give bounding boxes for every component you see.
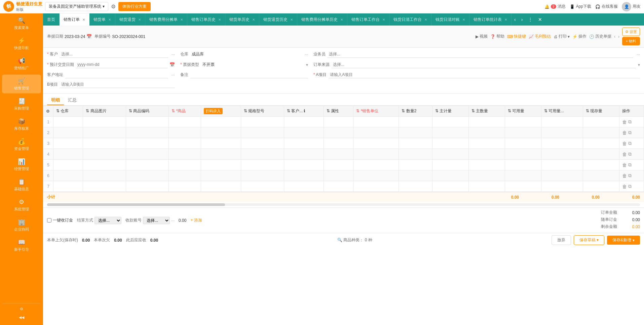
sidebar-item-search[interactable]: 🔍 搜索菜单 [2, 14, 41, 33]
sidebar-item-quick-nav[interactable]: ⚡ 快捷导航 [2, 34, 41, 53]
row-5-main-unit[interactable] [432, 160, 468, 170]
tab-summary[interactable]: 汇总 [64, 96, 81, 105]
th-spec[interactable]: ⇅ 规格型号 [241, 106, 284, 117]
row-3-main-unit[interactable] [432, 138, 468, 149]
row-3-product[interactable] [169, 138, 201, 149]
row-7-main-qty[interactable] [468, 181, 505, 192]
order-source-arrow[interactable]: ▾ [638, 63, 640, 67]
tab-menu-btn[interactable]: ⋮ [525, 17, 535, 22]
row-2-main-unit[interactable] [432, 127, 468, 138]
delivery-date-input[interactable] [76, 61, 167, 68]
row-5-delete-btn[interactable]: 🗑 [622, 162, 627, 168]
row-6-code[interactable] [126, 170, 168, 181]
print-action[interactable]: 🖨 打印 ▾ [554, 34, 570, 39]
sidebar-settings-btn[interactable]: ⚙ [0, 305, 43, 313]
th-current[interactable]: ⇅ 现存量 [583, 106, 619, 117]
profit-action[interactable]: 📈 毛利预估 [529, 34, 551, 39]
row-7-available[interactable] [505, 181, 541, 192]
row-6-customer-code[interactable] [284, 170, 324, 181]
row-1-copy-btn[interactable]: ⧉ [628, 119, 632, 125]
calendar-icon[interactable]: 📅 [86, 34, 92, 39]
row-2-image[interactable] [83, 127, 126, 138]
product-count-icon[interactable]: 🔍 [337, 238, 342, 242]
row-1-spec[interactable] [241, 117, 284, 127]
row-2-delete-btn[interactable]: 🗑 [622, 130, 627, 135]
row-5-attr[interactable] [324, 160, 353, 170]
row-4-qty2[interactable] [399, 149, 432, 160]
add-payment-btn[interactable]: + 添加 [190, 217, 202, 223]
tab-sales-order-history[interactable]: 销售订单历史 ✕ [187, 13, 225, 26]
row-7-delete-btn[interactable]: 🗑 [622, 184, 627, 189]
row-4-unit[interactable] [353, 149, 399, 160]
row-3-warehouse[interactable] [53, 138, 83, 149]
tab-cash-workbench-close[interactable]: ✕ [424, 18, 427, 22]
notification-btn[interactable]: 🔔 9 消息 [544, 4, 566, 9]
row-3-image[interactable] [83, 138, 126, 149]
tab-detail[interactable]: 明细 [47, 96, 64, 105]
sidebar-item-company[interactable]: 🏢 企业协同 [2, 216, 41, 235]
row-4-spec[interactable] [241, 149, 284, 160]
customer-input[interactable] [60, 51, 168, 58]
row-2-attr[interactable] [324, 127, 353, 138]
row-3-attr[interactable] [324, 138, 353, 149]
tab-expense-history-close[interactable]: ✕ [340, 18, 343, 22]
tab-sales-stats-close[interactable]: ✕ [504, 18, 507, 22]
date-value[interactable]: 2023-03-24 [65, 34, 85, 39]
row-3-customer-code[interactable] [284, 138, 324, 149]
row-7-spec[interactable] [241, 181, 284, 192]
row-1-main-qty[interactable] [468, 117, 505, 127]
row-7-product[interactable] [169, 181, 201, 192]
discard-btn[interactable]: 放弃 [552, 235, 571, 245]
help-action[interactable]: ❓ 帮助 [490, 34, 504, 39]
row-1-available[interactable] [505, 117, 541, 127]
add-material-btn[interactable]: + 物料 [622, 37, 640, 45]
view-action[interactable]: ▶ 视频 [476, 34, 488, 39]
row-6-delete-btn[interactable]: 🗑 [622, 173, 627, 178]
sidebar-item-marketing[interactable]: 📢 营销推广 [2, 54, 41, 73]
row-7-available2[interactable] [541, 181, 583, 192]
row-7-scan[interactable] [201, 181, 241, 192]
th-settings[interactable]: ⚙ [43, 106, 53, 117]
toolbar-nav-prev[interactable]: ‹ [614, 34, 615, 39]
tab-delivery-history[interactable]: 销货单历史 ✕ [225, 13, 259, 26]
row-6-qty2[interactable] [399, 170, 432, 181]
row-2-copy-btn[interactable]: ⧉ [628, 130, 632, 135]
a-project-input[interactable] [329, 71, 640, 78]
row-6-warehouse[interactable] [53, 170, 83, 181]
row-6-attr[interactable] [324, 170, 353, 181]
row-3-qty2[interactable] [399, 138, 432, 149]
tab-return-history-close[interactable]: ✕ [290, 18, 293, 22]
row-4-current[interactable] [583, 149, 619, 160]
row-6-current[interactable] [583, 170, 619, 181]
row-1-product[interactable] [169, 117, 201, 127]
row-5-current[interactable] [583, 160, 619, 170]
row-2-code[interactable] [126, 127, 168, 138]
row-1-unit[interactable] [353, 117, 399, 127]
row-2-unit[interactable] [353, 127, 399, 138]
operation-action[interactable]: ⚡ 操作 [572, 34, 586, 39]
tab-order-workbench[interactable]: 销售订单工作台 ✕ [347, 13, 389, 26]
row-2-main-qty[interactable] [468, 127, 505, 138]
tab-sales-delivery[interactable]: 销货单 ✕ [89, 13, 115, 26]
row-1-warehouse[interactable] [53, 117, 83, 127]
industry-btn[interactable]: 体验行业方案 [118, 2, 151, 11]
tab-order-workbench-close[interactable]: ✕ [382, 18, 385, 22]
row-5-customer-code[interactable] [284, 160, 324, 170]
row-5-unit[interactable] [353, 160, 399, 170]
row-4-delete-btn[interactable]: 🗑 [622, 151, 627, 157]
row-2-current[interactable] [583, 127, 619, 138]
tab-close-all-btn[interactable]: ✕ [535, 17, 545, 22]
row-4-product[interactable] [169, 149, 201, 160]
row-4-attr[interactable] [324, 149, 353, 160]
row-2-product[interactable] [169, 127, 201, 138]
row-3-available2[interactable] [541, 138, 583, 149]
row-2-qty2[interactable] [399, 127, 432, 138]
row-4-customer-code[interactable] [284, 149, 324, 160]
row-1-code[interactable] [126, 117, 168, 127]
th-unit[interactable]: ⇅ *销售单位 [353, 106, 399, 117]
row-7-warehouse[interactable] [53, 181, 83, 192]
tab-cash-reconcile[interactable]: 钱货日清对账 ✕ [431, 13, 469, 26]
row-4-available[interactable] [505, 149, 541, 160]
row-1-main-unit[interactable] [432, 117, 468, 127]
tab-next-btn[interactable]: › [519, 17, 526, 22]
